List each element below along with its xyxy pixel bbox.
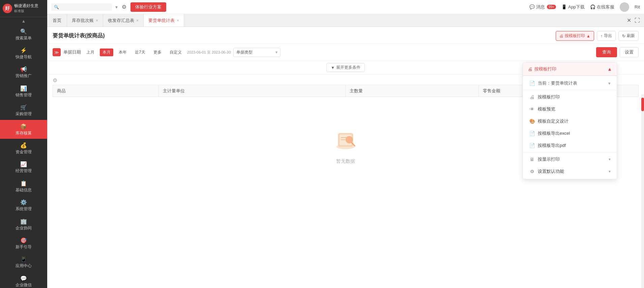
document-type-label: 单据类型	[236, 50, 253, 55]
app-center-icon: 📱	[20, 256, 27, 262]
app-icon: 📱	[561, 4, 567, 9]
main-area: 🔍 ▾ ⚙ 体验行业方案 💬 消息 99+ 📱 App下载 🎧 在线客服 Rit	[47, 0, 644, 288]
sidebar-item-app-center[interactable]: 📱 应用中心	[0, 253, 47, 271]
dropdown-item-export-excel[interactable]: 📄 按模板导出excel	[523, 127, 617, 139]
messages-badge: 99+	[547, 5, 556, 9]
sidebar-item-label: 新手引导	[16, 245, 32, 249]
tab-home[interactable]: 首页	[47, 14, 67, 27]
date-option-this-month[interactable]: 本月	[100, 49, 113, 56]
dropdown-item-export-pdf[interactable]: 📄 按模板导出pdf	[523, 139, 617, 152]
document-type-select[interactable]: 单据类型 ▾	[233, 48, 281, 57]
tab-collection-summary[interactable]: 收发存汇总表 ×	[103, 14, 144, 27]
tab-close-collection-summary[interactable]: ×	[136, 18, 139, 23]
new-guide-icon: 🎯	[20, 237, 27, 244]
template-print-label: 按模板打印	[538, 94, 560, 100]
refresh-button[interactable]: ↻ 刷新	[618, 31, 639, 41]
user-avatar[interactable]	[620, 2, 629, 12]
filter-expand-button[interactable]: ≫	[53, 48, 61, 56]
date-option-this-year[interactable]: 本年	[116, 49, 129, 56]
sidebar-item-sales[interactable]: 📊 销售管理	[0, 82, 47, 101]
tab-close-order-stats[interactable]: ×	[177, 18, 179, 23]
sidebar-item-quick-nav[interactable]: ⚡ 快捷导航	[0, 44, 47, 63]
sidebar-item-label: 搜索菜单	[16, 36, 32, 40]
sidebar-item-finance[interactable]: 💰 资金管理	[0, 139, 47, 158]
dropdown-section: 📄 当前：要货单统计表 ▾ 🖨 按模板打印 👁 模板预览	[523, 76, 617, 179]
sidebar-item-system[interactable]: ⚙️ 系统管理	[0, 196, 47, 215]
tab-inventory-batch[interactable]: 库存批次账 ×	[67, 14, 103, 27]
print-template-button[interactable]: 🖨 按模板打印 ▲	[556, 31, 594, 41]
query-button[interactable]: 查询	[596, 47, 617, 57]
right-scrollbar[interactable]	[641, 94, 644, 288]
tab-order-stats-label: 要货单统计表	[148, 18, 175, 24]
date-option-more[interactable]: 更多	[151, 49, 164, 56]
scroll-up-arrow[interactable]: ▲	[0, 17, 47, 25]
table-settings-icon[interactable]: ⚙	[53, 77, 57, 84]
expand-icon: ▼	[331, 65, 335, 70]
gear-icon[interactable]: ⚙	[122, 4, 126, 10]
display-print-arrow: ▾	[609, 157, 611, 162]
search-icon: 🔍	[54, 5, 59, 9]
tab-close-inventory-batch[interactable]: ×	[96, 18, 98, 23]
finance-icon: 💰	[20, 142, 27, 149]
sidebar-item-marketing[interactable]: 📢 营销推广	[0, 63, 47, 82]
tab-maximize-icon[interactable]: ⛶	[634, 17, 641, 24]
sidebar-item-search[interactable]: 🔍 搜索菜单	[0, 25, 47, 44]
set-default-icon: ⚙	[529, 169, 535, 174]
sidebar-item-label: 企业微信	[16, 283, 32, 287]
sidebar-item-label: 企业协同	[16, 226, 32, 230]
sidebar-item-enterprise[interactable]: 🏢 企业协同	[0, 215, 47, 234]
page-inner: 要货单统计表(按商品) 🖨 按模板打印 ▲ ↑ 导出 ↻ 刷新	[47, 27, 644, 288]
sidebar-item-inventory[interactable]: 📦 库存核算	[0, 120, 47, 139]
sidebar-item-enterprise-wechat[interactable]: 💬 企业微信	[0, 272, 47, 288]
app-download-group[interactable]: 📱 App下载	[561, 4, 585, 10]
app-name: 畅捷通好生意	[14, 3, 38, 9]
divider	[523, 90, 617, 90]
print-icon: 🖨	[559, 34, 563, 38]
tab-collection-summary-label: 收发存汇总表	[108, 18, 134, 24]
basic-info-icon: 📋	[20, 180, 27, 187]
tab-close-window-icon[interactable]: ✕	[626, 17, 632, 24]
sidebar-item-label: 应用中心	[16, 263, 32, 268]
sidebar-item-purchase[interactable]: 🛒 采购管理	[0, 101, 47, 120]
quick-nav-icon: ⚡	[20, 47, 27, 54]
top-search-box[interactable]: 🔍	[51, 3, 112, 11]
current-template-label: 当前：要货单统计表	[538, 80, 577, 86]
export-pdf-icon: 📄	[529, 143, 535, 148]
date-option-custom[interactable]: 自定义	[167, 49, 184, 56]
enterprise-icon: 🏢	[20, 218, 27, 225]
print-header-icon: 🖨	[528, 66, 532, 72]
settings-button[interactable]: 设置	[620, 47, 639, 57]
sidebar-item-label: 经营管理	[16, 168, 32, 173]
dropdown-item-template-custom[interactable]: 🎨 模板自定义设计	[523, 115, 617, 127]
dropdown-item-template-print[interactable]: 🖨 按模板打印	[523, 91, 617, 103]
search-dropdown-icon[interactable]: ▾	[115, 4, 118, 10]
messages-group[interactable]: 💬 消息 99+	[529, 4, 556, 10]
sidebar-item-new-guide[interactable]: 🎯 新手引导	[0, 234, 47, 253]
search-input[interactable]	[59, 5, 109, 9]
dropdown-title: 按模板打印	[534, 66, 556, 72]
expand-more-button[interactable]: ▼ 展开更多条件	[326, 63, 365, 72]
username: Rit	[635, 4, 640, 9]
online-service-group[interactable]: 🎧 在线客服	[590, 4, 614, 10]
date-option-last-month[interactable]: 上月	[84, 49, 97, 56]
date-range-text: 2023-06-01 至 2023-06-30	[187, 50, 231, 55]
date-option-7-days[interactable]: 近7天	[132, 49, 148, 56]
sidebar-item-basic-info[interactable]: 📋 基础信息	[0, 177, 47, 196]
dropdown-item-set-default[interactable]: ⚙ 设置默认功能 ▾	[523, 165, 617, 178]
system-icon: ⚙️	[20, 199, 27, 205]
template-custom-icon: 🎨	[529, 119, 535, 124]
dropdown-item-template-preview[interactable]: 👁 模板预览	[523, 103, 617, 115]
dropdown-close-icon[interactable]: ▲	[607, 66, 612, 72]
filter-row: ≫ 单据日期 上月 本月 本年 近7天 更多 自定义 2023-06-01 至 …	[47, 44, 644, 61]
trial-button[interactable]: 体验行业方案	[130, 2, 166, 12]
top-bar: 🔍 ▾ ⚙ 体验行业方案 💬 消息 99+ 📱 App下载 🎧 在线客服 Rit	[47, 0, 644, 14]
template-preview-icon: 👁	[529, 106, 535, 112]
sidebar-item-operation[interactable]: 📈 经营管理	[0, 158, 47, 177]
dropdown-current-item[interactable]: 📄 当前：要货单统计表 ▾	[523, 77, 617, 89]
tab-order-stats[interactable]: 要货单统计表 ×	[144, 14, 184, 27]
dropdown-header-left: 🖨 按模板打印	[528, 66, 556, 72]
export-button[interactable]: ↑ 导出	[597, 31, 616, 41]
current-template-icon: 📄	[529, 81, 535, 86]
app-logo: 好 畅捷通好生意 标准版	[0, 0, 47, 17]
dropdown-item-display-print[interactable]: 🖥 按显示打印 ▾	[523, 153, 617, 165]
